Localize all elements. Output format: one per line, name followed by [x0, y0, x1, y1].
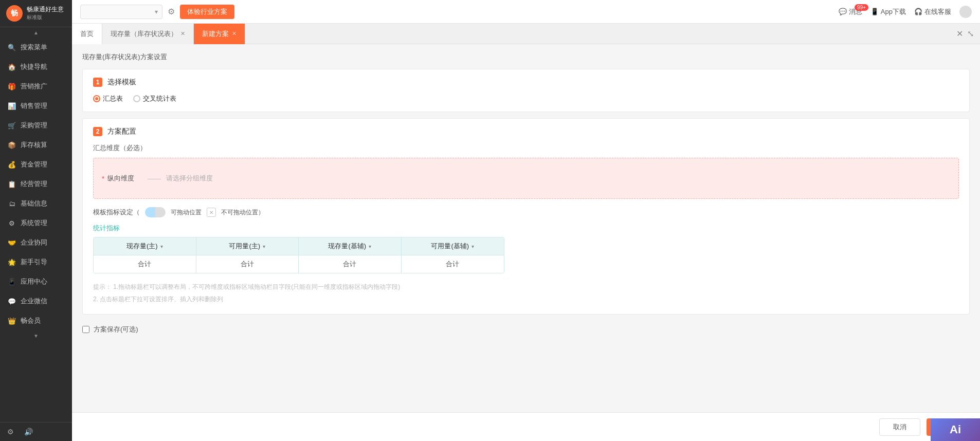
- stats-col-header-3[interactable]: 可用量(基辅) ▾: [402, 237, 504, 255]
- indicator-settings-row: 模板指标设定（ 可拖动位置 ✕ 不可拖动位置）: [93, 207, 959, 217]
- indicator-label: 模板指标设定（: [93, 208, 140, 217]
- tab-inventory-close[interactable]: ✕: [180, 30, 185, 37]
- sidebar-item-weixin[interactable]: 💬 企业微信: [0, 291, 72, 311]
- sidebar-label-appcenter: 应用中心: [21, 277, 47, 286]
- tabbar-right: ✕ ⤡: [956, 29, 980, 39]
- main-area: ▾ ⚙ 体验行业方案 💬 消息 99+ 📱 App下载 🎧 在线客服: [72, 0, 980, 441]
- tab-home[interactable]: 首页: [72, 24, 102, 44]
- tip-0: 提示： 1.拖动标题栏可以调整布局，不可跨维度或指标区域拖动栏目字段(只能在同一…: [93, 282, 959, 293]
- radio-summary-circle: [93, 95, 100, 102]
- no-drag-icon: ✕: [207, 208, 216, 217]
- step1-num: 1: [93, 78, 102, 87]
- sidebar-icon-basicinfo: 🗂: [7, 199, 16, 208]
- sidebar-item-inventory[interactable]: 📦 库存核算: [0, 135, 72, 155]
- sidebar-icon-finance: 💰: [7, 160, 16, 169]
- tab-inventory-label: 现存量（库存状况表）: [111, 29, 177, 39]
- sidebar-label-inventory: 库存核算: [21, 140, 47, 150]
- save-checkbox[interactable]: [82, 326, 89, 333]
- search-dropdown-icon[interactable]: ▾: [155, 8, 158, 15]
- sidebar-icon-quicknav: 🏠: [7, 62, 16, 71]
- stats-cell-0-1: 合计: [196, 255, 299, 273]
- sidebar-item-purchase[interactable]: 🛒 采购管理: [0, 116, 72, 135]
- radio-cross[interactable]: 交叉统计表: [133, 94, 176, 103]
- sidebar-item-newguide[interactable]: 🌟 新手引导: [0, 252, 72, 272]
- sidebar-icon-inventory: 📦: [7, 140, 16, 150]
- save-label: 方案保存(可选): [94, 325, 138, 334]
- sidebar-item-quicknav[interactable]: 🏠 快捷导航: [0, 57, 72, 77]
- step2-header: 2 方案配置: [93, 127, 959, 136]
- tabbar-expand-icon[interactable]: ⤡: [967, 29, 974, 39]
- radio-cross-circle: [133, 95, 140, 102]
- sidebar-item-member[interactable]: 👑 畅会员: [0, 311, 72, 330]
- sidebar-label-cooperation: 企业协同: [21, 238, 47, 247]
- step1-header: 1 选择模板: [93, 78, 959, 87]
- indicator-draggable-label: 可拖动位置: [171, 208, 202, 217]
- stats-cell-0-0: 合计: [94, 255, 196, 273]
- sidebar-icon-sales: 📊: [7, 101, 16, 111]
- dimension-label: 汇总维度（必选）: [93, 143, 959, 153]
- sidebar-label-system: 系统管理: [21, 218, 47, 228]
- sidebar-item-finance[interactable]: 💰 资金管理: [0, 155, 72, 174]
- user-avatar: [959, 6, 972, 18]
- stats-col-header-1[interactable]: 可用量(主) ▾: [196, 237, 299, 255]
- indicator-draggable-toggle[interactable]: [145, 207, 166, 217]
- app-download-icon: 📱: [870, 8, 879, 15]
- dimension-zone[interactable]: * 纵向维度 —— 请选择分组维度: [93, 158, 959, 199]
- cancel-button[interactable]: 取消: [879, 418, 920, 436]
- settings-icon[interactable]: ⚙: [7, 428, 14, 436]
- search-box[interactable]: ▾: [80, 5, 162, 19]
- topbar: ▾ ⚙ 体验行业方案 💬 消息 99+ 📱 App下载 🎧 在线客服: [72, 0, 980, 24]
- sidebar-scroll-up[interactable]: ▲: [0, 27, 72, 38]
- tab-new-plan[interactable]: 新建方案 ✕: [194, 24, 245, 44]
- sidebar-item-system[interactable]: ⚙ 系统管理: [0, 213, 72, 233]
- tips-section: 提示： 1.拖动标题栏可以调整布局，不可跨维度或指标区域拖动栏目字段(只能在同一…: [93, 282, 959, 305]
- stats-col-header-2[interactable]: 现存量(基辅) ▾: [299, 237, 402, 255]
- stats-col-label-2: 现存量(基辅): [328, 242, 366, 251]
- page-title: 现存量(库存状况表)方案设置: [82, 52, 970, 62]
- tab-new-plan-close[interactable]: ✕: [232, 30, 237, 37]
- trial-button[interactable]: 体验行业方案: [180, 5, 234, 19]
- sidebar-label-search: 搜索菜单: [21, 43, 47, 52]
- col-1-arrow: ▾: [263, 244, 265, 249]
- sidebar-item-search[interactable]: 🔍 搜索菜单: [0, 38, 72, 57]
- radio-cross-label: 交叉统计表: [143, 94, 176, 103]
- sidebar-item-cooperation[interactable]: 🤝 企业协同: [0, 233, 72, 252]
- col-3-arrow: ▾: [471, 244, 474, 249]
- stats-col-label-0: 现存量(主): [126, 242, 158, 251]
- sidebar-icon-cooperation: 🤝: [7, 238, 16, 247]
- sidebar-label-basicinfo: 基础信息: [21, 199, 47, 208]
- app-name: 畅康通好生意: [27, 6, 64, 14]
- sidebar-label-sales: 销售管理: [21, 101, 47, 111]
- stats-section-label: 统计指标: [93, 224, 959, 233]
- stats-cell-0-2: 合计: [299, 255, 402, 273]
- speaker-icon[interactable]: 🔊: [24, 428, 33, 436]
- sidebar-icon-appcenter: 📱: [7, 277, 16, 286]
- tab-inventory[interactable]: 现存量（库存状况表） ✕: [102, 24, 194, 44]
- message-icon: 💬: [839, 8, 847, 15]
- sidebar-item-basicinfo[interactable]: 🗂 基础信息: [0, 194, 72, 213]
- app-download-button[interactable]: 📱 App下载: [870, 7, 906, 16]
- radio-summary[interactable]: 汇总表: [93, 94, 123, 103]
- ai-badge[interactable]: Ai: [931, 418, 980, 441]
- template-radio-group: 汇总表 交叉统计表: [93, 94, 959, 103]
- message-badge: 99+: [855, 4, 868, 11]
- message-button[interactable]: 💬 消息 99+: [839, 7, 862, 16]
- sidebar-item-marketing[interactable]: 🎁 营销推广: [0, 77, 72, 96]
- sidebar-icon-business: 📋: [7, 179, 16, 189]
- stats-col-header-0[interactable]: 现存量(主) ▾: [94, 237, 196, 255]
- sidebar-item-sales[interactable]: 📊 销售管理: [0, 96, 72, 116]
- dimension-field: 纵向维度: [107, 174, 134, 183]
- topbar-gear-icon[interactable]: ⚙: [168, 7, 175, 16]
- tabbar-close-icon[interactable]: ✕: [956, 29, 963, 39]
- user-button[interactable]: [959, 6, 972, 18]
- sidebar-scroll-down[interactable]: ▼: [0, 330, 72, 341]
- service-button[interactable]: 🎧 在线客服: [914, 7, 951, 16]
- sidebar: 畅 畅康通好生意 标准版 ▲ 🔍 搜索菜单 🏠 快捷导航 🎁 营销推广 📊 销售…: [0, 0, 72, 441]
- sidebar-icon-purchase: 🛒: [7, 121, 16, 130]
- col-0-arrow: ▾: [160, 244, 163, 249]
- sidebar-item-business[interactable]: 📋 经营管理: [0, 174, 72, 194]
- sidebar-item-appcenter[interactable]: 📱 应用中心: [0, 272, 72, 291]
- service-label: 在线客服: [924, 7, 951, 16]
- sidebar-label-marketing: 营销推广: [21, 82, 47, 91]
- sidebar-icon-marketing: 🎁: [7, 82, 16, 91]
